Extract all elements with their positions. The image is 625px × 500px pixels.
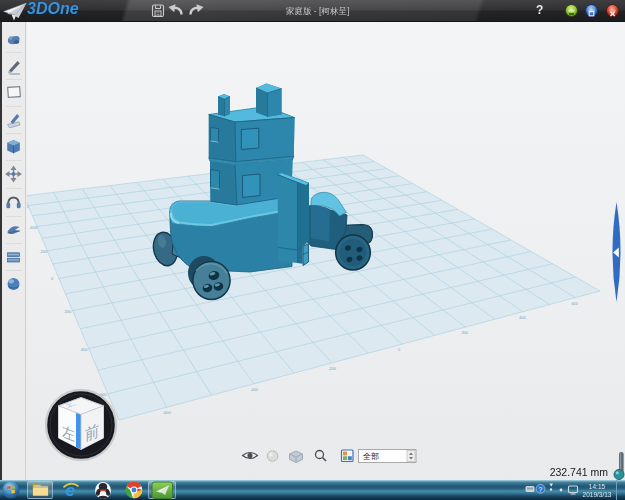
svg-text:600: 600 (571, 301, 578, 306)
svg-text:400: 400 (81, 347, 88, 352)
svg-text:400: 400 (519, 315, 526, 320)
svg-text:?: ? (539, 486, 543, 493)
svg-text:全部: 全部 (363, 452, 379, 461)
svg-text:0: 0 (398, 347, 401, 352)
svg-text:-200: -200 (39, 249, 48, 254)
svg-text:-400: -400 (250, 387, 259, 392)
svg-text:0: 0 (51, 276, 54, 281)
svg-text:200: 200 (65, 309, 72, 314)
svg-text:200: 200 (461, 330, 468, 335)
svg-text:-600: -600 (163, 410, 172, 415)
svg-text:-200: -200 (328, 366, 337, 371)
svg-text:-400: -400 (29, 225, 38, 230)
